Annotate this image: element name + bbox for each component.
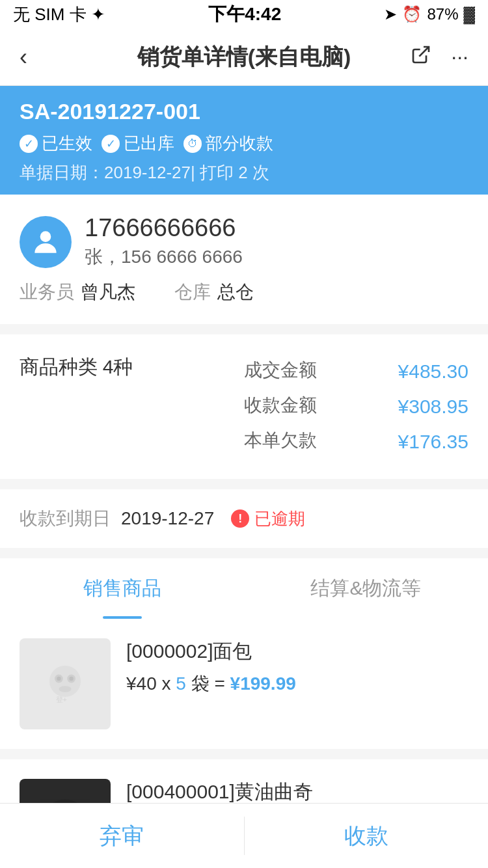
badge-partial-payment: ⏱ 部分收款 [183,132,273,155]
avatar [20,216,72,268]
overdue-text: 已逾期 [254,508,305,530]
svg-point-6 [69,677,73,681]
page-title: 销货单详情(来自电脑) [137,42,351,72]
nav-actions: ··· [411,44,468,70]
warehouse-value: 总仓 [217,280,254,305]
order-id: SA-20191227-001 [20,99,468,124]
check-icon-1: ✓ [20,135,38,153]
warehouse-item: 仓库 总仓 [174,280,254,305]
due-label: 收款到期日 [20,506,111,531]
status-bar-right: ➤ ⏰ 87% ▓ [384,5,475,23]
back-button[interactable]: ‹ [20,44,59,71]
customer-info: 17666666666 张，156 6666 6666 [85,214,243,269]
status-bar: 无 SIM 卡 ✦ 下午4:42 ➤ ⏰ 87% ▓ [0,0,488,29]
transaction-value: ¥485.30 [398,354,468,389]
product-qty-1: 5 [176,673,186,694]
customer-row: 17666666666 张，156 6666 6666 [20,214,468,269]
customer-id: 17666666666 [85,214,243,242]
salesman-label: 业务员 [20,280,74,305]
svg-point-1 [40,231,51,242]
status-bar-left: 无 SIM 卡 ✦ [13,3,105,26]
warehouse-label: 仓库 [174,280,211,305]
svg-line-0 [420,47,429,57]
alarm-icon: ⏰ [402,5,422,23]
product-count: 商品种类 4种 [20,354,244,381]
svg-point-7 [59,686,71,692]
product-total-1: ¥199.99 [230,673,296,694]
list-item: 登+ [0000002]面包 ¥40 x 5 袋 = ¥199.99 [0,619,488,749]
salesman-item: 业务员 曾凡杰 [20,280,135,305]
svg-text:登+: 登+ [56,696,68,703]
due-date: 2019-12-27 [121,508,214,529]
more-icon[interactable]: ··· [451,45,468,69]
stats-left: 商品种类 4种 [20,354,244,381]
transaction-label: 成交金额 [244,354,317,389]
battery-level: 87% [427,5,458,23]
header-badges: ✓ 已生效 ✓ 已出库 ⏱ 部分收款 [20,132,468,155]
received-label: 收款金额 [244,389,317,424]
customer-meta: 业务员 曾凡杰 仓库 总仓 [20,280,468,305]
battery-icon: ▓ [464,5,476,23]
bottom-bar: 弃审 收款 [0,803,488,868]
owed-item: 本单欠款 ¥176.35 [244,424,468,459]
product-price-row-1: ¥40 x 5 袋 = ¥199.99 [126,671,468,696]
clock-icon: ⏱ [183,135,202,153]
product-name-1: [0000002]面包 [126,638,468,665]
check-icon-2: ✓ [102,135,120,153]
transaction-item: 成交金额 ¥485.30 [244,354,468,389]
tab-settlement-logistics[interactable]: 结算&物流等 [244,558,488,619]
owed-value: ¥176.35 [398,424,468,459]
received-item: 收款金额 ¥308.95 [244,389,468,424]
stats-right: 成交金额 ¥485.30 收款金额 ¥308.95 本单欠款 ¥176.35 [244,354,468,459]
product-info-1: [0000002]面包 ¥40 x 5 袋 = ¥199.99 [126,638,468,696]
product-unit-price-1: ¥40 [126,673,157,694]
svg-point-2 [49,666,81,697]
tabs: 销售商品 结算&物流等 [0,558,488,619]
svg-point-5 [57,677,61,681]
badge-effective: ✓ 已生效 [20,132,92,155]
status-bar-time: 下午4:42 [208,2,281,27]
product-name-2: [000400001]黄油曲奇 [126,779,468,806]
received-value: ¥308.95 [398,389,468,424]
owed-label: 本单欠款 [244,424,317,459]
nav-bar: ‹ 销货单详情(来自电脑) ··· [0,29,488,86]
salesman-value: 曾凡杰 [81,280,135,305]
badge-delivered: ✓ 已出库 [102,132,174,155]
cancel-button[interactable]: 弃审 [0,804,244,868]
overdue-icon: ! [231,509,249,528]
customer-section: 17666666666 张，156 6666 6666 业务员 曾凡杰 仓库 总… [0,195,488,324]
stats-section: 商品种类 4种 成交金额 ¥485.30 收款金额 ¥308.95 本单欠款 ¥… [0,334,488,479]
location-icon: ➤ [384,5,397,23]
product-thumb-1: 登+ [20,638,111,729]
header-bar: SA-20191227-001 ✓ 已生效 ✓ 已出库 ⏱ 部分收款 单据日期：… [0,86,488,195]
tab-sales-products[interactable]: 销售商品 [0,558,244,619]
overdue-badge: ! 已逾期 [231,508,305,530]
due-section: 收款到期日 2019-12-27 ! 已逾期 [0,489,488,548]
header-date: 单据日期：2019-12-27| 打印 2 次 [20,161,468,184]
share-icon[interactable] [411,44,431,70]
customer-name-phone: 张，156 6666 6666 [85,245,243,269]
confirm-button[interactable]: 收款 [245,804,489,868]
